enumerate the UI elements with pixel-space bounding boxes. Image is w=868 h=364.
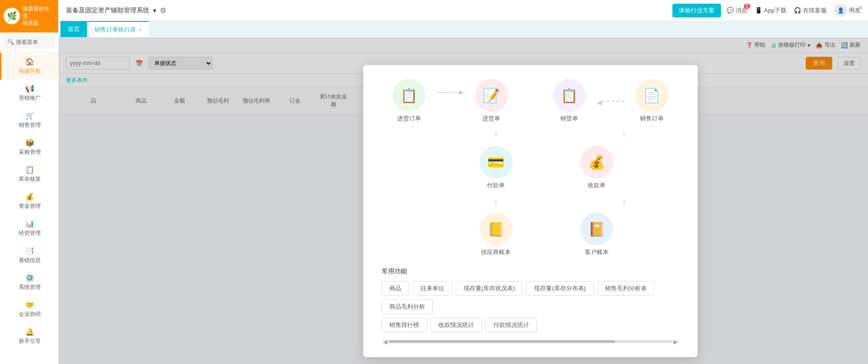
flow-item-supplier-ledger[interactable]: 📒 供应商账本 [469, 212, 524, 256]
tabs-bar: 首页 销售订单执行表 × × [59, 21, 868, 38]
common-buttons: 商品 往来单位 现存量(库存状况表) 现存量(库存分布表) 销售毛利分析表 商品… [382, 281, 679, 314]
flow-row-2: 💳 付款单 💰 收款单 [382, 146, 679, 190]
sidebar-item-guide[interactable]: 🔔 新手引导 [0, 323, 58, 350]
system-dropdown[interactable]: ▾ [153, 7, 156, 14]
doc-icon: 📑 [25, 246, 34, 255]
content-area: ❓ 帮助 🖨 按模板打印 ▾ 📤 导出 🔄 刷新 [59, 38, 868, 364]
sales-order-circle: 📄 [635, 79, 668, 112]
sidebar-item-marketing[interactable]: 📢 营销推广 [0, 80, 58, 107]
scrollbar-track[interactable] [389, 340, 672, 343]
sales-bill-circle: 📋 [553, 79, 586, 112]
common-btn-pay-stats[interactable]: 付款情况统计 [486, 318, 537, 332]
app-download-action[interactable]: 📱 App下载 [755, 6, 786, 15]
sidebar: 🌿 畅康通好生意 标准版 🔍 搜索菜单 🏠 快捷导航 📢 营销推广 🛒 [0, 0, 59, 364]
topbar-actions: 💬 消息 5 📱 App下载 🎧 在线客服 👤 用友 [726, 4, 861, 17]
sidebar-item-basic-info[interactable]: 📑 基础信息 [0, 242, 58, 269]
page-close-button[interactable]: × [853, 0, 868, 16]
sidebar-item-inventory[interactable]: 📋 库存核算 [0, 161, 58, 188]
sidebar-item-system[interactable]: ⚙️ 系统管理 [0, 269, 58, 296]
settings-gear-icon[interactable]: ⚙ [160, 6, 166, 15]
chevron-down-icon: ▾ [153, 7, 156, 14]
modal-scrollbar: ◀ ▶ [382, 340, 679, 343]
scroll-left-btn[interactable]: ◀ [382, 338, 389, 345]
flow-item-receipt[interactable]: 💰 收款单 [569, 146, 624, 190]
common-btn-sales-margin[interactable]: 销售毛利分析表 [597, 281, 655, 296]
logo-icon: 🌿 [4, 8, 20, 24]
online-service-action[interactable]: 🎧 在线客服 [794, 6, 827, 15]
search-icon: 🔍 [7, 39, 14, 45]
sidebar-item-sales[interactable]: 🛒 销售管理 [0, 107, 58, 134]
arrow-down-purchase: ↓ [494, 130, 498, 138]
common-buttons-row2: 销售排行榜 收款情况统计 付款情况统计 [382, 318, 679, 332]
megaphone-icon: 📢 [25, 84, 34, 93]
topbar: 装备及固定资产辅助管理系统 ▾ ⚙ 体验行业方案 💬 消息 5 📱 App下载 [59, 0, 868, 21]
quick-nav-modal: 📋 进货订单 ▶ 📝 [363, 65, 698, 357]
common-btn-goods-margin[interactable]: 商品毛利分析 [382, 299, 433, 314]
try-industry-button[interactable]: 体验行业方案 [672, 4, 721, 17]
flow-item-sales-bill[interactable]: 📋 销货单 [542, 79, 597, 123]
flow-section: 📋 进货订单 ▶ 📝 [382, 79, 679, 256]
common-btn-stock-status[interactable]: 现存量(库存状况表) [456, 281, 523, 296]
message-badge: 5 [744, 4, 750, 9]
arrow-down-payment: ↓ [494, 197, 498, 205]
common-btn-partners[interactable]: 往来单位 [413, 281, 452, 296]
flow-row-1: 📋 进货订单 ▶ 📝 [382, 79, 679, 123]
flow-item-purchase-order[interactable]: 📋 进货订单 [382, 79, 437, 123]
receipt-circle: 💰 [580, 146, 613, 179]
scrollbar-thumb [389, 340, 615, 343]
sidebar-search[interactable]: 🔍 搜索菜单 [0, 33, 58, 53]
supplier-ledger-circle: 📒 [480, 212, 513, 245]
sidebar-item-finance[interactable]: 💰 资金管理 [0, 188, 58, 215]
clipboard-icon: 📋 [25, 165, 34, 174]
message-icon: 💬 [726, 7, 734, 14]
sidebar-item-cooperation[interactable]: 🤝 企业协同 [0, 296, 58, 323]
sidebar-logo: 🌿 畅康通好生意 标准版 [0, 0, 58, 33]
common-section: 常用功能 商品 往来单位 现存量(库存状况表) 现存量(库存分布表) 销售毛利分… [382, 267, 679, 332]
flow-row-3: 📒 供应商账本 📔 客户账本 [382, 212, 679, 256]
flow-item-customer-ledger[interactable]: 📔 客户账本 [569, 212, 624, 256]
purchase-bill-circle: 📝 [475, 79, 508, 112]
tab-close-icon[interactable]: × [139, 27, 142, 33]
settings-icon: ⚙️ [25, 273, 34, 282]
flow-item-payment[interactable]: 💳 付款单 [469, 146, 524, 190]
tab-home[interactable]: 首页 [60, 21, 87, 37]
flow-item-purchase-bill[interactable]: 📝 进货单 [464, 79, 519, 123]
cart-icon: 🛒 [25, 111, 34, 120]
handshake-icon: 🤝 [25, 300, 34, 309]
sidebar-nav: 🏠 快捷导航 📢 营销推广 🛒 销售管理 📦 采购管理 📋 库存核算 💰 [0, 53, 58, 364]
avatar: 👤 [834, 4, 847, 17]
arrow-right-1: ▶ [437, 96, 464, 106]
search-menu-button[interactable]: 🔍 搜索菜单 [4, 36, 55, 49]
purchase-order-circle: 📋 [393, 79, 426, 112]
arrow-down-receipt: ↓ [622, 197, 626, 205]
chart-icon: 📊 [25, 219, 34, 228]
arrow-left-1: ◀ [597, 95, 624, 106]
sidebar-item-operations[interactable]: 📊 经营管理 [0, 215, 58, 242]
payment-circle: 💳 [480, 146, 513, 179]
main-area: 装备及固定资产辅助管理系统 ▾ ⚙ 体验行业方案 💬 消息 5 📱 App下载 [59, 0, 868, 364]
bell-icon: 🔔 [25, 327, 34, 336]
home-icon: 🏠 [25, 57, 34, 66]
logo-text: 畅康通好生意 标准版 [22, 5, 55, 27]
tab-sales-order-exec[interactable]: 销售订单执行表 × [87, 21, 149, 37]
sidebar-item-purchase[interactable]: 📦 采购管理 [0, 134, 58, 161]
common-btn-sales-rank[interactable]: 销售排行榜 [382, 318, 427, 332]
money-icon: 💰 [25, 192, 34, 201]
common-btn-goods[interactable]: 商品 [382, 281, 409, 296]
customer-ledger-circle: 📔 [580, 212, 613, 245]
message-action[interactable]: 💬 消息 5 [726, 6, 748, 15]
common-btn-stock-dist[interactable]: 现存量(库存分布表) [526, 281, 594, 296]
box-icon: 📦 [25, 138, 34, 147]
flow-item-sales-order[interactable]: 📄 销售订单 [624, 79, 679, 123]
sidebar-item-quick-nav[interactable]: 🏠 快捷导航 [0, 53, 58, 80]
common-btn-recv-stats[interactable]: 收款情况统计 [431, 318, 482, 332]
download-icon: 📱 [755, 7, 762, 14]
scroll-right-btn[interactable]: ▶ [672, 338, 679, 345]
arrow-down-sales: ↓ [622, 130, 626, 138]
topbar-title: 装备及固定资产辅助管理系统 ▾ ⚙ [66, 6, 667, 15]
service-icon: 🎧 [794, 7, 801, 14]
